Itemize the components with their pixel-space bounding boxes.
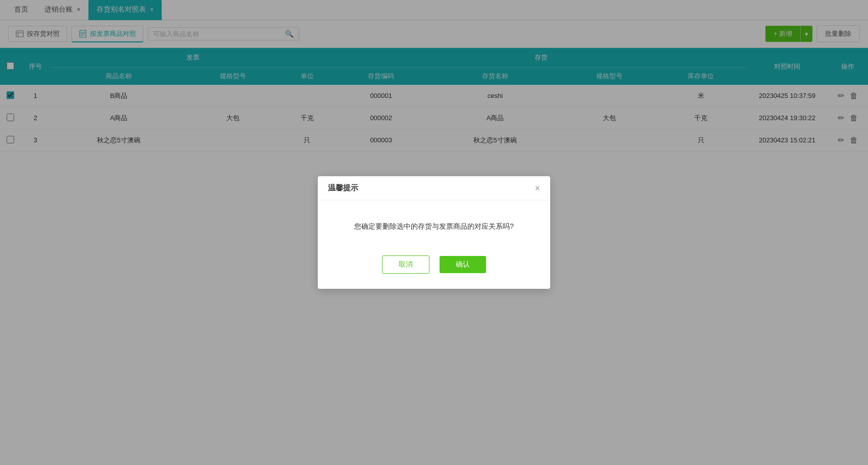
dialog-cancel-button[interactable]: 取消 [382, 255, 429, 274]
dialog-close-button[interactable]: × [535, 184, 540, 193]
dialog-title: 温馨提示 [328, 183, 358, 193]
dialog-footer: 取消 确认 [318, 247, 550, 289]
dialog-header: 温馨提示 × [318, 176, 550, 200]
overlay: 温馨提示 × 您确定要删除选中的存货与发票商品的对应关系吗? 取消 确认 [0, 0, 868, 465]
dialog-body: 您确定要删除选中的存货与发票商品的对应关系吗? [318, 200, 550, 247]
dialog: 温馨提示 × 您确定要删除选中的存货与发票商品的对应关系吗? 取消 确认 [318, 176, 550, 288]
dialog-confirm-button[interactable]: 确认 [440, 256, 486, 273]
dialog-message: 您确定要删除选中的存货与发票商品的对应关系吗? [354, 222, 514, 230]
